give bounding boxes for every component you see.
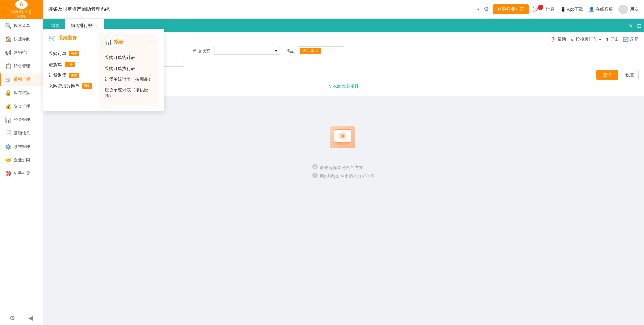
topbar-user[interactable]: 用友 — [618, 5, 639, 14]
print-icon: 🖨 — [570, 37, 574, 42]
goods-tag-close[interactable]: ✕ — [316, 49, 319, 53]
sidebar-item-inventory[interactable]: 🔒 库存核算 — [0, 86, 43, 99]
topbar-title: 装备及固定资产辅助管理系统 — [48, 6, 473, 12]
enterprise-icon: 🤝 — [5, 157, 12, 163]
svg-rect-3 — [337, 143, 349, 145]
status-select[interactable]: ▾ — [213, 47, 280, 55]
topbar-dropdown-arrow[interactable]: ▾ — [477, 7, 479, 12]
topbar-app-download[interactable]: 📱 App下载 — [560, 6, 583, 12]
purchase-menu-icon: 🛒 — [49, 34, 56, 42]
logo-title: 畅捷通好生意 — [11, 10, 32, 14]
dropdown-report-order-exec[interactable]: 采购订单执行表 — [105, 63, 155, 74]
sidebar-item-system[interactable]: ⚙️ 系统管理 — [0, 140, 43, 153]
sidebar-item-purchase[interactable]: 🛒 采购管理 — [0, 73, 43, 86]
filter-goods: 商品 设计桑 ✕ ... — [286, 46, 344, 55]
marketing-icon: 📢 — [5, 49, 12, 56]
empty-text: 1 请先选择要分析的方案 2 用[过滤]条件来缩小分析范围 — [312, 163, 374, 181]
query-buttons: 查询 设置 — [596, 70, 639, 80]
sidebar-item-finance[interactable]: 💰 资金管理 — [0, 99, 43, 113]
sidebar-logo[interactable]: 6 畅捷通好生意 标准版 — [0, 0, 43, 19]
sidebar-item-operation[interactable]: 📊 经营管理 — [0, 113, 43, 126]
sidebar: 6 畅捷通好生意 标准版 🔍 搜索菜单 🏠 快捷导航 📢 营销推广 📋 销售管理 — [0, 0, 43, 325]
sidebar-item-guide[interactable]: 🎯 新手引导 — [0, 167, 43, 180]
sales-icon: 📋 — [5, 63, 12, 69]
refresh-icon: 🔄 — [623, 37, 629, 42]
collapse-btn[interactable]: ∧ 收起更多条件 — [328, 83, 359, 89]
finance-icon: 💰 — [5, 103, 12, 110]
message-icon: 💬 — [533, 7, 538, 12]
salesperson-dots[interactable]: ... — [177, 60, 181, 65]
dropdown-menu: 🛒 采购业务 采购订单 历史 进货单 历史 进货退货 历史 采购费用分摊单 历史 — [43, 29, 164, 111]
service-icon: 👤 — [589, 7, 594, 12]
operation-icon: 📊 — [5, 116, 12, 123]
dropdown-purchase-order[interactable]: 采购订单 历史 — [49, 48, 99, 59]
home-icon: 🏠 — [5, 36, 12, 42]
topbar-message[interactable]: 💬 9 消息 — [533, 6, 555, 12]
dropdown-purchase-return[interactable]: 进货退货 历史 — [49, 70, 99, 81]
user-name: 用友 — [630, 6, 639, 12]
dropdown-report-order-stat[interactable]: 采购订单统计表 — [105, 52, 155, 63]
logo-subtitle: 标准版 — [17, 14, 26, 19]
topbar: 装备及固定资产辅助管理系统 ▾ ⚙ 体验行业方案 💬 9 消息 📱 App下载 … — [43, 0, 644, 19]
phone-icon: 📱 — [560, 7, 566, 12]
footer-collapse-btn[interactable]: ◀ — [28, 314, 33, 322]
export-btn[interactable]: ⬆ 导出 — [605, 36, 619, 42]
topbar-settings-icon[interactable]: ⚙ — [484, 6, 489, 13]
empty-state-icon — [327, 123, 360, 157]
sidebar-item-quick-nav[interactable]: 🏠 快捷导航 — [0, 32, 43, 46]
sidebar-item-enterprise[interactable]: 🤝 企业协同 — [0, 153, 43, 167]
status-chevron: ▾ — [275, 48, 277, 53]
goods-tag: 设计桑 ✕ — [300, 48, 321, 54]
status-label: 单据状态 — [193, 48, 210, 54]
goods-label: 商品 — [286, 48, 294, 54]
dropdown-col-report: 📊 报表 采购订单统计表 采购订单执行表 进货单统计表（按商品） 进货单统计表（… — [99, 34, 159, 106]
purchase-icon: 🛒 — [5, 76, 12, 83]
print-btn[interactable]: 🖨 按模板打印 ▾ — [570, 36, 601, 42]
inventory-icon: 🔒 — [5, 89, 12, 96]
dropdown-col-purchase: 🛒 采购业务 采购订单 历史 进货单 历史 进货退货 历史 采购费用分摊单 历史 — [49, 34, 99, 106]
topbar-right: 💬 9 消息 📱 App下载 👤 在线客服 用友 — [533, 5, 639, 14]
empty-illustration — [327, 123, 360, 153]
goods-dots[interactable]: ... — [337, 48, 341, 53]
guide-icon: 🎯 — [5, 170, 12, 177]
goods-select[interactable]: 设计桑 ✕ ... — [297, 46, 344, 55]
search-icon: 🔍 — [5, 22, 12, 29]
dropdown-purchase-title: 🛒 采购业务 — [49, 34, 99, 44]
dropdown-report-title: 📊 报表 — [105, 38, 155, 48]
dropdown-report-incoming-goods[interactable]: 进货单统计表（按商品） — [105, 74, 155, 85]
dropdown-report-incoming-supplier[interactable]: 进货单统计表（按供应商） — [105, 85, 155, 101]
system-icon: ⚙️ — [5, 143, 12, 150]
logo-icon: 6 — [15, 0, 28, 9]
report-menu-icon: 📊 — [105, 38, 112, 46]
tab-close-icon[interactable]: ✕ — [95, 23, 99, 28]
query-btn[interactable]: 查询 — [596, 70, 618, 80]
sidebar-nav: 🔍 搜索菜单 🏠 快捷导航 📢 营销推广 📋 销售管理 🛒 采购管理 🔒 — [0, 19, 43, 311]
dropdown-purchase-expense[interactable]: 采购费用分摊单 历史 — [49, 81, 99, 91]
export-icon: ⬆ — [605, 37, 609, 42]
window-maximize-icon[interactable]: ⊡ — [637, 23, 641, 29]
sidebar-item-base-info[interactable]: 📄 基础信息 — [0, 126, 43, 140]
sidebar-footer: ⚙ ◀ — [0, 311, 43, 325]
refresh-btn[interactable]: 🔄 刷新 — [623, 36, 639, 42]
filter-status: 单据状态 ▾ — [193, 47, 280, 55]
window-close-icon[interactable]: ✕ — [629, 23, 633, 29]
help-icon: ❓ — [550, 37, 556, 42]
help-btn[interactable]: ❓ 帮助 — [550, 36, 566, 42]
empty-state: 1 请先选择要分析的方案 2 用[过滤]条件来缩小分析范围 — [43, 96, 644, 208]
sidebar-item-search[interactable]: 🔍 搜索菜单 — [0, 19, 43, 32]
sidebar-item-marketing[interactable]: 📢 营销推广 — [0, 46, 43, 59]
window-controls: ✕ ⊡ — [629, 23, 641, 29]
collapse-icon: ∧ — [328, 84, 331, 89]
footer-settings-btn[interactable]: ⚙ — [10, 314, 15, 322]
topbar-online-service[interactable]: 👤 在线客服 — [589, 6, 613, 12]
dropdown-purchase-incoming[interactable]: 进货单 历史 — [49, 59, 99, 70]
print-dropdown-icon: ▾ — [599, 37, 601, 42]
settings-btn[interactable]: 设置 — [621, 70, 639, 80]
industry-btn[interactable]: 体验行业方案 — [493, 4, 529, 14]
sidebar-item-sales[interactable]: 📋 销售管理 — [0, 59, 43, 73]
base-info-icon: 📄 — [5, 130, 12, 136]
user-avatar — [618, 5, 628, 14]
